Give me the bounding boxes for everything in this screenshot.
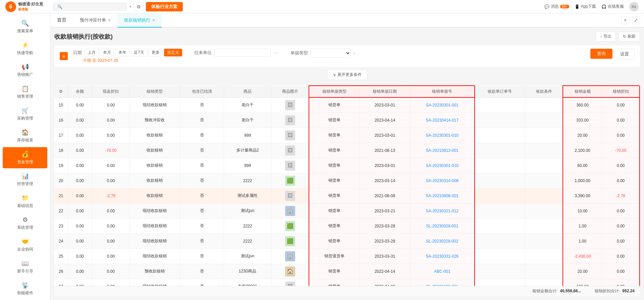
cell-cancel-bill-no[interactable]: SL-20230328-001 [410, 218, 475, 233]
table-header-row: ⚙ 余额 现金折扣 核销类型 包含已结清 商品 商品图片 核销单据类型 核销单据… [54, 86, 640, 97]
cell-cancel-bill-no[interactable]: SL-20230408-001 [410, 279, 475, 286]
cell-include-settled: 否 [180, 279, 224, 286]
cancel-bill-no-link[interactable]: SA-20230321-012 [426, 209, 459, 213]
cancel-bill-no-link[interactable]: SL-20230328-002 [426, 239, 458, 244]
export-button[interactable]: ↑ 导出 [596, 32, 616, 41]
sidebar-item-system[interactable]: ⚙ 系统管理 [3, 213, 47, 234]
col-settings[interactable]: ⚙ [54, 86, 68, 97]
single-record-type-select[interactable] [311, 49, 351, 57]
brand-sub: 标准版 [18, 7, 43, 12]
sidebar-item-finance[interactable]: 💰 资金管理 [3, 147, 47, 168]
date-btn-this-year[interactable]: 本年 [115, 49, 129, 56]
cell-cancel-type: 收款核销 [129, 128, 180, 143]
cell-cancel-type: 预收冲应收 [129, 113, 180, 128]
filter-action-buttons: 查询 设置 [590, 49, 635, 59]
online-service-label: 在线客服 [608, 4, 624, 9]
cancel-bill-no-link[interactable]: SA-20230414-017 [426, 118, 459, 123]
sidebar-item-marketing[interactable]: 📢 营销推广 [3, 60, 47, 81]
tab-home[interactable]: 首页 [50, 13, 73, 28]
cell-cancel-bill-no[interactable]: SA-20230331-026 [410, 249, 475, 264]
cell-cancel-bill-date: 2022-04-14 [360, 264, 410, 279]
filter-collapse-button[interactable]: » [60, 52, 68, 60]
cell-cancel-bill-no[interactable]: SA-20230414-017 [410, 113, 475, 128]
table-row: 26 0.00 0.00 预收款核销 否 123D商品 🏠 销货单 2022-0… [54, 264, 640, 279]
table-row: 21 0.00 -2.76 收款核销 否 测试多属性 🖼 销货单 2021-08… [54, 188, 640, 203]
table-footer: 核销金额合计: 40,556,66... 核销折扣合计: 952.24 [54, 286, 640, 296]
user-avatar[interactable]: Rit [629, 2, 639, 11]
tab-prepaid[interactable]: 预付冲应付单 × [73, 13, 117, 28]
top-search-bar[interactable]: 🔍 [53, 3, 127, 11]
cell-cancel-bill-date: 2023-03-28 [360, 218, 410, 233]
cell-product-image: 🖼 [271, 97, 309, 113]
date-btn-7days[interactable]: 近7天 [131, 49, 147, 56]
app-download-item[interactable]: 📱 App下载 [575, 4, 596, 9]
cell-include-settled: 否 [180, 249, 224, 264]
cell-cancel-bill-no[interactable]: SA-20230321-012 [410, 203, 475, 218]
date-btn-more[interactable]: 更多 [149, 49, 163, 56]
message-item[interactable]: 💬 消息 99+ [544, 4, 569, 9]
col-product-image: 商品图片 [271, 86, 309, 97]
cell-collection-condition [525, 97, 563, 113]
gear-button[interactable]: ⚙ [134, 2, 143, 11]
online-service-item[interactable]: 🎧 在线客服 [601, 4, 624, 9]
cell-cancel-bill-no[interactable]: SL-20230328-002 [410, 233, 475, 249]
cell-product: 2222 [224, 173, 271, 188]
sidebar-item-guide[interactable]: 📖 新手引导 [3, 256, 47, 277]
sidebar-item-smart-hw[interactable]: 📡 智能硬件 [3, 278, 47, 299]
tab-close-all-button[interactable]: × [621, 16, 629, 24]
tab-prepaid-close[interactable]: × [108, 17, 111, 23]
query-button[interactable]: 查询 [590, 49, 612, 59]
cell-cancel-bill-no[interactable]: SA-20230314-008 [410, 173, 475, 188]
expand-conditions-button[interactable]: ∨ 展开更多条件 [327, 70, 367, 80]
date-btn-this-month[interactable]: 本月 [100, 49, 114, 56]
tab-expand-button[interactable]: ⤢ [632, 16, 640, 24]
settings-button[interactable]: 设置 [614, 49, 635, 59]
user-name: Rit [632, 5, 636, 9]
filter-dots: ··· [273, 49, 278, 56]
cell-num: 21 [54, 188, 68, 203]
cancel-bill-no-link[interactable]: SA-20230331-026 [426, 254, 459, 259]
cancel-bill-no-link[interactable]: SA-20230314-008 [426, 178, 459, 183]
cell-cancel-bill-no[interactable]: SA-20230301-010 [410, 128, 475, 143]
cell-cancel-bill-no[interactable]: SA-20230301-001 [410, 97, 475, 113]
cell-cancel-bill-no[interactable]: SA-20210813-001 [410, 143, 475, 158]
cancel-bill-no-link[interactable]: SA-20230301-001 [426, 103, 459, 108]
sidebar-item-enterprise[interactable]: 🤝 企业协同 [3, 234, 47, 256]
sidebar-item-quick-nav[interactable]: ⚡ 快捷导航 [3, 38, 47, 59]
refresh-button[interactable]: ↻ 刷新 [619, 32, 640, 41]
sidebar-item-inventory[interactable]: 🏠 库存核算 [3, 125, 47, 146]
date-btn-custom[interactable]: 自定义 [164, 49, 182, 56]
date-btn-last-month[interactable]: 上月 [85, 49, 99, 56]
tab-collection-cancel[interactable]: 收款核销执行 × [117, 13, 162, 28]
cancel-bill-no-link[interactable]: SA-20230301-010 [426, 133, 459, 138]
sidebar-item-business[interactable]: 📊 经营管理 [3, 169, 47, 190]
export-icon: ↑ [600, 34, 602, 39]
sidebar-item-search-menu[interactable]: 🔍 搜索菜单 [3, 16, 47, 37]
cancel-bill-no-link[interactable]: ABC-001 [434, 269, 450, 274]
sidebar-item-base-info[interactable]: 📁 基础信息 [3, 191, 47, 212]
cancel-bill-no-link[interactable]: SA-20230301-010 [426, 163, 459, 168]
cell-balance: 0.00 [68, 143, 92, 158]
date-label: 日期 [73, 50, 82, 56]
cancel-bill-no-link[interactable]: SA-20210808-001 [426, 194, 459, 198]
trial-button[interactable]: 体验行业方案 [146, 2, 183, 11]
dropdown-arrow-icon[interactable]: ▾ [129, 5, 131, 8]
header-actions: ↑ 导出 ↻ 刷新 [596, 32, 640, 41]
sidebar-item-purchase[interactable]: 🛒 采购管理 [3, 103, 47, 125]
cell-cancel-bill-no[interactable]: ABC-001 [410, 264, 475, 279]
from-unit-label: 往来单位 [194, 50, 212, 56]
sidebar-item-sales[interactable]: 📋 销售管理 [3, 82, 47, 103]
table-scroll[interactable]: ⚙ 余额 现金折扣 核销类型 包含已结清 商品 商品图片 核销单据类型 核销单据… [54, 85, 640, 286]
from-unit-input[interactable] [214, 49, 271, 57]
cancel-bill-no-link[interactable]: SL-20230328-001 [426, 224, 458, 228]
tab-collection-cancel-close[interactable]: × [152, 17, 155, 23]
app-logo: 6 畅捷通·好生意 标准版 [5, 1, 49, 12]
cell-cancel-bill-no[interactable]: SA-20230301-010 [410, 158, 475, 173]
cell-cancel-type: 现结收款核销 [129, 97, 180, 113]
cell-cancel-bill-no[interactable]: SA-20210808-001 [410, 188, 475, 203]
cell-cancel-bill-type: 销货单 [309, 233, 360, 249]
collapse-icon: » [62, 53, 65, 59]
cancel-bill-no-link[interactable]: SA-20210813-001 [426, 148, 459, 153]
from-unit-field: 往来单位 ··· [194, 49, 278, 57]
cell-collection-order-no [475, 113, 525, 128]
